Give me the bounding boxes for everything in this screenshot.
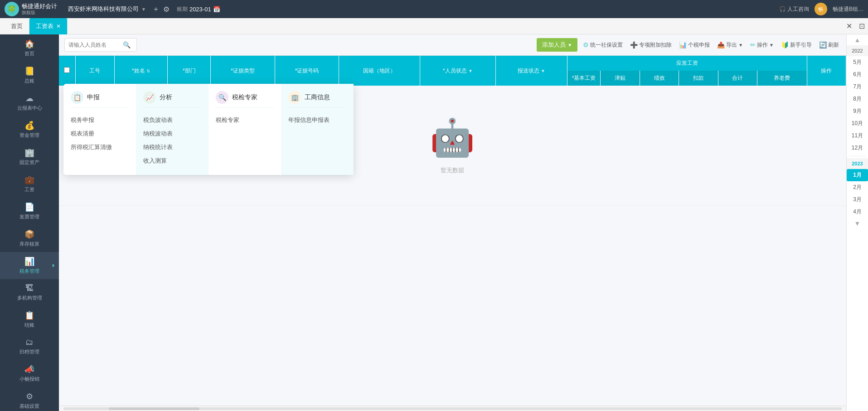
dropdown-item-income-tax[interactable]: 所得税汇算清缴 xyxy=(71,140,129,154)
sidebar-item-multi-org[interactable]: 🏗 多机构管理 xyxy=(0,279,59,306)
cal-month-10[interactable]: 10月 xyxy=(847,117,868,130)
sidebar-item-home[interactable]: 🏠 首页 xyxy=(0,34,59,62)
logo-icon: 🍀 xyxy=(5,2,19,16)
tab-salary[interactable]: 工资表 ✕ xyxy=(29,18,68,34)
sidebar-item-close-period[interactable]: 📋 结账 xyxy=(0,306,59,333)
cal-month-12[interactable]: 12月 xyxy=(847,142,868,154)
th-deduction: 扣款 xyxy=(679,71,718,86)
th-payroll-group: 应发工资 xyxy=(567,56,807,71)
tax-dropdown-menu: 📋 申报 税务申报 税表清册 所得税汇算清缴 📈 分析 税负波动表 纳税波动表 … xyxy=(63,84,354,175)
select-all-checkbox[interactable] xyxy=(64,67,70,73)
dropdown-item-tax-burden[interactable]: 税负波动表 xyxy=(143,113,201,127)
sidebar-item-archive[interactable]: 🗂 归档管理 xyxy=(0,333,59,360)
refresh-button[interactable]: 🔄 刷新 xyxy=(817,41,841,49)
tab-close-icon[interactable]: ✕ xyxy=(56,23,61,29)
dropdown-item-tax-stat[interactable]: 纳税统计表 xyxy=(143,140,201,154)
cal-month-3[interactable]: 3月 xyxy=(847,193,868,206)
help-button[interactable]: 🎧 人工咨询 xyxy=(779,5,809,13)
header-actions: ＋ ⚙ xyxy=(152,5,170,14)
dropdown-item-tax-table[interactable]: 税表清册 xyxy=(71,127,129,140)
sidebar-item-cloud-report[interactable]: ☁ 云报表中心 xyxy=(0,89,59,116)
sidebar-item-invoice[interactable]: 📄 发票管理 xyxy=(0,198,59,225)
settings-icon[interactable]: ⚙ xyxy=(163,5,170,14)
th-id-type: *证据类型 xyxy=(211,56,275,86)
dropdown-grid: 📋 申报 税务申报 税表清册 所得税汇算清缴 📈 分析 税负波动表 纳税波动表 … xyxy=(63,84,354,175)
th-report-status: 报送状态 ▼ xyxy=(495,56,567,86)
sidebar: 🏠 首页 📒 总账 ☁ 云报表中心 💰 资金管理 🏢 固定资产 💼 工资 📄 发… xyxy=(0,34,59,411)
empty-icon: 🤖 xyxy=(430,116,475,159)
expert-icon: 🔍 xyxy=(216,91,228,104)
export-icon: 📤 xyxy=(717,41,725,48)
cal-month-4[interactable]: 4月 xyxy=(847,206,868,218)
th-base-salary: *基本工资 xyxy=(567,71,601,86)
guide-button[interactable]: 🔰 新手引导 xyxy=(779,41,814,49)
search-icon: 🔍 xyxy=(123,41,131,48)
close-period-icon: 📋 xyxy=(24,310,34,320)
sidebar-item-inventory[interactable]: 📦 库存核算 xyxy=(0,225,59,252)
cal-month-1[interactable]: 1月 xyxy=(847,169,868,181)
dropdown-col-filing: 📋 申报 税务申报 税表清册 所得税汇算清缴 xyxy=(63,84,136,175)
sidebar-item-ledger[interactable]: 📒 总账 xyxy=(0,62,59,89)
calendar-icon[interactable]: 📅 xyxy=(213,6,220,13)
dropdown-item-tax-filing[interactable]: 税务申报 xyxy=(71,113,129,127)
dropdown-item-tax-change[interactable]: 纳税波动表 xyxy=(143,127,201,140)
logo-text: 畅捷通好会计 旗舰版 xyxy=(22,3,57,15)
salary-icon: 💼 xyxy=(24,175,34,185)
th-dept: *部门 xyxy=(168,56,211,86)
search-input[interactable] xyxy=(68,42,123,48)
cal-month-11[interactable]: 11月 xyxy=(847,130,868,142)
export-chevron-icon: ▼ xyxy=(738,43,743,48)
tab-close-all-button[interactable]: ✕ xyxy=(843,20,855,33)
tax-filing-button[interactable]: 📊 个税申报 xyxy=(677,41,712,49)
empty-text: 暂无数据 xyxy=(441,166,464,174)
cal-scroll-down[interactable]: ▼ xyxy=(847,218,868,229)
export-button[interactable]: 📤 导出 ▼ xyxy=(715,41,745,49)
company-selector[interactable]: 西安虾米网络科技有限公司 ▼ xyxy=(68,5,146,13)
sidebar-item-fixed-assets[interactable]: 🏢 固定资产 xyxy=(0,143,59,170)
cal-month-7[interactable]: 7月 xyxy=(847,81,868,93)
sidebar-item-tax[interactable]: 📊 税务管理 xyxy=(0,252,59,279)
business-icon: 🏢 xyxy=(288,91,301,104)
dropdown-item-annual-report[interactable]: 年报信息申报表 xyxy=(288,113,346,127)
sidebar-item-salary[interactable]: 💼 工资 xyxy=(0,170,59,198)
ledger-icon: 📒 xyxy=(24,66,34,76)
scrollbar-track xyxy=(63,407,842,410)
toolbar: 🔍 添加人员 ▼ ⚙ 统一社保设置 ➕ 专项附加扣除 📊 个税申报 📤 导出 xyxy=(59,34,846,56)
dropdown-item-income-calc[interactable]: 收入测算 xyxy=(143,154,201,168)
inventory-icon: 📦 xyxy=(24,229,34,239)
horizontal-scrollbar[interactable] xyxy=(59,406,846,411)
sidebar-item-settings[interactable]: ⚙ 基础设置 xyxy=(0,387,59,411)
sidebar-item-fund[interactable]: 💰 资金管理 xyxy=(0,116,59,143)
add-employee-button[interactable]: 添加人员 ▼ xyxy=(537,38,577,52)
top-header: 🍀 畅捷通好会计 旗舰版 西安虾米网络科技有限公司 ▼ ＋ ⚙ 账期 2023-… xyxy=(0,0,868,18)
cal-scroll-up[interactable]: ▲ xyxy=(847,34,868,45)
headphone-icon: 🎧 xyxy=(779,6,786,12)
dropdown-item-tax-expert[interactable]: 税检专家 xyxy=(216,113,274,127)
cal-month-6[interactable]: 6月 xyxy=(847,68,868,81)
social-insurance-button[interactable]: ⚙ 统一社保设置 xyxy=(581,41,625,49)
scrollbar-thumb[interactable] xyxy=(109,407,199,410)
user-name[interactable]: 畅捷通B组… xyxy=(833,5,863,13)
special-deduction-button[interactable]: ➕ 专项附加扣除 xyxy=(628,41,674,49)
operation-button[interactable]: ✏ 操作 ▼ xyxy=(748,41,776,49)
cal-month-5[interactable]: 5月 xyxy=(847,56,868,68)
add-company-button[interactable]: ＋ xyxy=(152,5,160,14)
dropdown-col-header-business: 🏢 工商信息 xyxy=(288,91,346,108)
filing-icon: 📋 xyxy=(71,91,83,104)
settings-icon: ⚙ xyxy=(26,392,33,401)
cal-year-current: 2023 xyxy=(847,158,868,169)
cal-month-9[interactable]: 9月 xyxy=(847,105,868,117)
th-operation: 操作 xyxy=(807,56,846,86)
refresh-icon: 🔄 xyxy=(819,41,827,48)
cal-month-8[interactable]: 8月 xyxy=(847,93,868,105)
operation-chevron-icon: ▼ xyxy=(769,43,774,48)
sidebar-item-expense[interactable]: 📣 小畅报销 xyxy=(0,360,59,387)
logo-area: 🍀 畅捷通好会计 旗舰版 xyxy=(5,2,63,16)
search-input-wrap: 🔍 xyxy=(64,38,137,52)
tab-home[interactable]: 首页 xyxy=(5,18,29,34)
cal-year-prev: 2022 xyxy=(847,45,868,56)
submenu-arrow xyxy=(53,264,56,267)
home-icon: 🏠 xyxy=(24,39,34,49)
cal-month-2[interactable]: 2月 xyxy=(847,181,868,193)
tab-restore-button[interactable]: ⊡ xyxy=(855,20,868,33)
